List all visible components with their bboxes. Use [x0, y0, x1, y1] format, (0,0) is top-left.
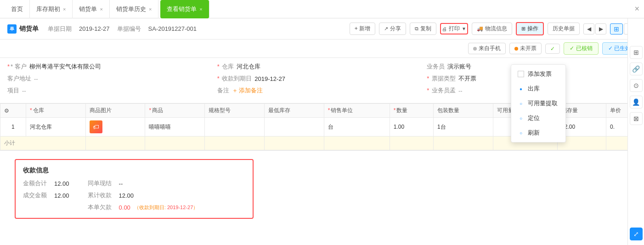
tab-sales-history-close[interactable]: ×	[149, 6, 152, 12]
customer-value: 柳州粤港平安气体有限公司	[29, 63, 101, 71]
tab-view-sales[interactable]: 查看销货单 ×	[160, 0, 209, 18]
dropdown-add-invoice[interactable]: 添加发票	[511, 67, 565, 81]
copy-button[interactable]: ⧉ 复制	[410, 23, 436, 35]
total-value: 12.00	[54, 180, 69, 187]
subtotal-col6	[324, 137, 390, 150]
doc-header: 单 销货单 单据日期 2019-12-27 单据编号 SA-20191227-0…	[0, 18, 644, 40]
number-value: SA-20191227-001	[148, 25, 197, 32]
subtotal-col7	[390, 137, 433, 150]
sub-header: 来自手机 未开票 ✓ ✓ 已核销 ✓ 已生效	[0, 40, 644, 58]
col-spec: 规格型号	[205, 104, 265, 118]
col-product-img: 商品图片	[85, 104, 145, 118]
row-sales-unit: 台	[324, 118, 390, 137]
col-min-stock: 最低库存	[264, 104, 324, 118]
window-close-button[interactable]: ×	[634, 4, 639, 14]
print-button[interactable]: 🖨 打印 ▼	[440, 23, 468, 34]
not-opened-button[interactable]: 未开票	[509, 43, 542, 54]
dropdown-outbound[interactable]: ● 出库	[511, 81, 565, 96]
logistics-button[interactable]: 🚚 物流信息	[472, 23, 512, 35]
right-sidebar: ⊞ 🔗 ⊙ 👤 ⊠ ⤢	[627, 18, 644, 245]
doc-actions: + 新增 ↗ 分享 ⧉ 复制 🖨 打印 ▼ 🚚 物流信息 ⊞ 操作	[350, 22, 637, 35]
row-quantity: 1.00	[390, 118, 433, 137]
tab-view-sales-close[interactable]: ×	[199, 6, 202, 12]
share-button[interactable]: ↗ 分享	[379, 23, 406, 35]
doc-title-icon: 单	[7, 24, 17, 34]
due-date-value: 2019-12-27	[254, 75, 285, 82]
tab-sales-order-close[interactable]: ×	[100, 6, 102, 12]
payment-info-box: 收款信息 金额合计 12.00 成交金额 12.00 同单现结 --	[15, 159, 254, 219]
check-button[interactable]: ✓	[545, 44, 560, 54]
payment-title: 收款信息	[23, 166, 245, 175]
new-button[interactable]: + 新增	[350, 23, 375, 35]
tab-bar: 首页 库存期初 × 销货单 × 销货单历史 × 查看销货单 × ×	[0, 0, 644, 18]
view-table-btn[interactable]: ⊞	[610, 23, 623, 34]
payment-row-cumulative: 累计收款 12.00	[88, 191, 198, 199]
salesperson-value: 演示账号	[447, 63, 471, 71]
payment-col-right: 同单现结 -- 累计收款 12.00 本单欠款 0.00 （收款到期日: 201…	[88, 179, 198, 211]
invoice-type-value: 不开票	[458, 74, 476, 83]
add-invoice-icon	[518, 71, 524, 77]
phone-dot	[473, 47, 477, 51]
due-date-field: * 收款到期日 2019-12-27	[217, 74, 427, 83]
row-pack-qty: 1台	[433, 118, 493, 137]
doc-meta: 单据日期 2019-12-27 单据编号 SA-20191227-001	[48, 25, 350, 33]
number-label: 单据编号	[117, 25, 141, 33]
cumulative-value: 12.00	[119, 192, 134, 199]
already-cancelled-button[interactable]: ✓ 已核销	[564, 42, 598, 55]
tab-sales-history[interactable]: 销货单历史 ×	[110, 0, 158, 18]
main-content: 单 销货单 单据日期 2019-12-27 单据编号 SA-20191227-0…	[0, 18, 644, 245]
subtotal-label: 小计	[0, 137, 86, 150]
col-warehouse: *仓库	[26, 104, 85, 118]
history-button[interactable]: 历史单据	[548, 23, 580, 35]
refresh-icon: ○	[518, 130, 524, 136]
add-note-button[interactable]: ＋ 添加备注	[232, 86, 263, 95]
date-value: 2019-12-27	[79, 25, 110, 32]
payment-row-total: 金额合计 12.00	[23, 179, 69, 188]
sidebar-icon-4[interactable]: 👤	[630, 96, 643, 108]
note-field: 备注 ＋ 添加备注	[217, 86, 427, 95]
sidebar-icon-2[interactable]: 🔗	[630, 63, 643, 75]
sidebar-icon-bottom[interactable]: ⤢	[630, 228, 643, 240]
sidebar-icon-5[interactable]: ⊠	[630, 112, 643, 125]
project-field: 项目 --	[7, 86, 217, 95]
sidebar-icon-1[interactable]: ⊞	[630, 46, 643, 59]
subtotal-col4	[205, 137, 265, 150]
product-image: 🏷	[90, 120, 102, 133]
tab-sales-order[interactable]: 销货单 ×	[73, 0, 109, 18]
payment-row-deal: 成交金额 12.00	[23, 191, 69, 199]
tab-inventory-init-close[interactable]: ×	[63, 6, 66, 12]
row-no: 1	[0, 118, 26, 137]
operation-button[interactable]: ⊞ 操作	[516, 22, 544, 35]
col-sales-unit: *销售单位	[324, 104, 390, 118]
dropdown-available-extract[interactable]: ○ 可用量提取	[511, 96, 565, 111]
owed-value: 0.00	[119, 204, 130, 211]
available-extract-icon: ○	[518, 100, 524, 107]
nav-arrows: ◀ ▶	[583, 23, 606, 34]
row-warehouse: 河北仓库	[26, 118, 85, 137]
dropdown-refresh[interactable]: ○ 刷新	[511, 125, 565, 140]
salesperson2-value: --	[458, 87, 463, 94]
invoice-dot	[514, 47, 518, 51]
address-value: --	[34, 75, 38, 82]
row-product-img: 🏷	[85, 118, 145, 137]
col-product: *商品	[145, 104, 205, 118]
locate-icon: ○	[518, 115, 524, 121]
prev-arrow[interactable]: ◀	[583, 23, 594, 34]
subtotal-col2	[85, 137, 145, 150]
doc-title-text: 销货单	[19, 25, 39, 33]
date-label: 单据日期	[48, 25, 72, 33]
payment-section: 收款信息 金额合计 12.00 成交金额 12.00 同单现结 --	[0, 151, 644, 227]
from-phone-button[interactable]: 来自手机	[468, 43, 506, 54]
tab-home[interactable]: 首页	[5, 0, 30, 18]
dropdown-menu: 添加发票 ● 出库 ○ 可用量提取 ○ 定位 ○ 刷新	[511, 64, 566, 142]
tab-inventory-init[interactable]: 库存期初 ×	[30, 0, 73, 18]
dropdown-locate[interactable]: ○ 定位	[511, 111, 565, 125]
col-settings[interactable]: ⚙	[0, 104, 26, 118]
row-min-stock	[264, 118, 324, 137]
sidebar-icon-3[interactable]: ⊙	[630, 79, 643, 92]
payment-rows: 金额合计 12.00 成交金额 12.00 同单现结 -- 累计收款	[23, 179, 245, 211]
next-arrow[interactable]: ▶	[595, 23, 606, 34]
payment-row-settle: 同单现结 --	[88, 179, 198, 188]
project-value: --	[22, 87, 26, 94]
address-field: 客户地址 --	[7, 74, 217, 83]
